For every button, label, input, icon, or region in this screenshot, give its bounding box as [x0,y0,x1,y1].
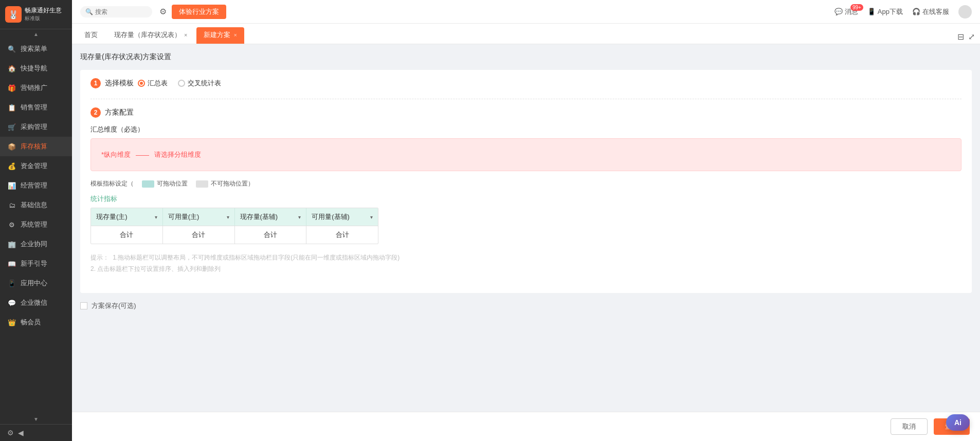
app-name: 畅康通好生意 [25,7,62,15]
app-badge: 标准版 [25,15,62,22]
sidebar-item-base-info[interactable]: 🗂 基础信息 [0,195,72,215]
stats-table-row: 合计 合计 合计 合计 [91,226,378,244]
sidebar-item-app-center[interactable]: 📱 应用中心 [0,273,72,293]
dimension-selector[interactable]: *纵向维度 —— 请选择分组维度 [90,138,961,171]
sidebar-logo: 🐰 畅康通好生意 标准版 [0,0,72,29]
radio-cross[interactable]: 交叉统计表 [178,79,221,88]
sidebar-item-quick-nav[interactable]: 🏠 快捷导航 [0,59,72,78]
radio-cross-circle [178,80,185,87]
phone-icon: 📱 [867,8,876,15]
sidebar: 🐰 畅康通好生意 标准版 ▲ 🔍 搜索菜单 🏠 快捷导航 🎁 营销推广 📋 销售… [0,0,72,441]
cell-0: 合计 [91,226,163,244]
online-service-label: 在线客服 [922,7,949,16]
message-item[interactable]: 💬 消息 99+ [834,7,858,16]
legend-non-draggable: 不可拖动位置） [196,179,254,188]
tab-actions: ⊟ ⤢ [957,32,975,44]
tab-minimize-icon[interactable]: ⊟ [957,32,964,42]
ai-floating-button[interactable]: Ai [946,414,970,431]
section-template: 1 选择模板 汇总表 交叉统计表 [90,78,961,88]
sidebar-item-operations[interactable]: 📊 经营管理 [0,176,72,195]
vip-icon: 👑 [7,318,16,327]
sidebar-item-marketing[interactable]: 🎁 营销推广 [0,78,72,98]
stats-table-header: 现存量(主) ▾ 可用量(主) ▾ 现存量(基辅) ▾ 可用量(基辅) [91,208,378,226]
tabs-bar: 首页 现存量（库存状况表） × 新建方案 × ⊟ ⤢ [72,24,980,44]
chevron-down-icon-3: ▾ [370,214,373,220]
non-draggable-label: 不可拖动位置） [211,179,254,188]
col-header-1[interactable]: 可用量(主) ▾ [163,208,235,226]
tip-line-2: 2. 点击标题栏下拉可设置排序、插入列和删除列 [90,264,961,275]
sidebar-item-guide[interactable]: 📖 新手引导 [0,254,72,273]
tab-new-plan[interactable]: 新建方案 × [196,27,244,44]
template-radio-group: 汇总表 交叉统计表 [138,79,221,88]
col-header-0[interactable]: 现存量(主) ▾ [91,208,163,226]
logo-icon: 🐰 [5,6,22,23]
message-badge: 99+ [850,4,863,11]
col-header-3[interactable]: 可用量(基辅) ▾ [306,208,378,226]
app-download-label: App下载 [878,7,903,16]
sidebar-nav: 🔍 搜索菜单 🏠 快捷导航 🎁 营销推广 📋 销售管理 🛒 采购管理 📦 库存核… [0,39,72,414]
message-icon: 💬 [834,8,843,15]
vertical-dim-placeholder[interactable]: 请选择分组维度 [154,150,201,159]
tip-title: 提示： 1.拖动标题栏可以调整布局，不可跨维度或指标区域拖动栏目字段(只能在同一… [90,252,961,264]
inventory-icon: 📦 [7,142,16,151]
online-service-item[interactable]: 🎧 在线客服 [912,7,949,16]
enterprise-icon: 🏢 [7,240,16,249]
sidebar-item-sales[interactable]: 📋 销售管理 [0,98,72,117]
sidebar-item-vip[interactable]: 👑 畅会员 [0,313,72,332]
tab-inventory-close-icon[interactable]: × [184,32,187,38]
cell-2: 合计 [235,226,307,244]
section1-header: 1 选择模板 汇总表 交叉统计表 [90,78,961,88]
content-area: 现存量(库存状况表)方案设置 1 选择模板 汇总表 交叉统计表 [72,44,980,412]
save-row: 方案保存(可选) [80,301,972,310]
col-header-2[interactable]: 现存量(基辅) ▾ [235,208,307,226]
non-draggable-box [196,180,208,188]
headset-icon: 🎧 [912,8,920,15]
radio-summary[interactable]: 汇总表 [138,79,168,88]
search-input[interactable] [95,8,141,15]
sidebar-scroll-up[interactable]: ▲ [0,29,72,39]
avatar[interactable] [958,5,972,19]
indicator-legend: 模板指标设定（ 可拖动位置 不可拖动位置） [90,179,961,188]
tab-expand-icon[interactable]: ⤢ [968,32,975,42]
sidebar-footer: ⚙ ◀ [0,424,72,441]
sidebar-scroll-down[interactable]: ▼ [0,414,72,424]
tab-inventory[interactable]: 现存量（库存状况表） × [107,27,194,44]
chevron-down-icon-1: ▾ [227,214,229,220]
section1-num: 1 [90,78,101,88]
sidebar-item-purchase[interactable]: 🛒 采购管理 [0,117,72,137]
quick-nav-icon: 🏠 [7,64,16,73]
cell-1: 合计 [163,226,235,244]
tab-home[interactable]: 首页 [77,27,105,44]
sidebar-item-wechat[interactable]: 💬 企业微信 [0,293,72,313]
save-label: 方案保存(可选) [92,301,136,310]
section-divider-1 [90,99,961,99]
search-menu-icon: 🔍 [7,44,16,53]
topbar-settings-icon[interactable]: ⚙ [159,7,167,16]
draggable-label: 可拖动位置 [157,179,188,188]
footer-collapse-icon[interactable]: ◀ [18,429,24,437]
chevron-down-icon-2: ▾ [298,214,301,220]
topbar: 🔍 ⚙ 体验行业方案 💬 消息 99+ 📱 App下载 🎧 在线客服 [72,0,980,24]
sidebar-item-search-menu[interactable]: 🔍 搜索菜单 [0,39,72,59]
app-download-item[interactable]: 📱 App下载 [867,7,903,16]
sidebar-item-system[interactable]: ⚙ 系统管理 [0,215,72,234]
tab-new-plan-close-icon[interactable]: × [233,32,237,38]
sidebar-item-finance[interactable]: 💰 资金管理 [0,156,72,176]
draggable-box [142,180,154,188]
trial-btn[interactable]: 体验行业方案 [172,5,226,19]
marketing-icon: 🎁 [7,83,16,93]
sidebar-item-inventory[interactable]: 📦 库存核算 [0,137,72,156]
indicator-label-text: 模板指标设定（ [90,179,134,188]
legend-draggable: 可拖动位置 [142,179,188,188]
main-area: 🔍 ⚙ 体验行业方案 💬 消息 99+ 📱 App下载 🎧 在线客服 [72,0,980,441]
sub-label-dimension: 汇总维度（必选） [90,125,961,134]
cancel-button[interactable]: 取消 [891,418,928,435]
save-checkbox[interactable] [80,302,87,309]
base-info-icon: 🗂 [7,200,16,210]
operations-icon: 📊 [7,181,16,190]
chevron-down-icon-0: ▾ [155,214,157,220]
wechat-icon: 💬 [7,298,16,307]
sidebar-item-enterprise[interactable]: 🏢 企业协同 [0,234,72,254]
search-icon: 🔍 [85,8,93,15]
footer-settings-icon[interactable]: ⚙ [7,429,14,437]
